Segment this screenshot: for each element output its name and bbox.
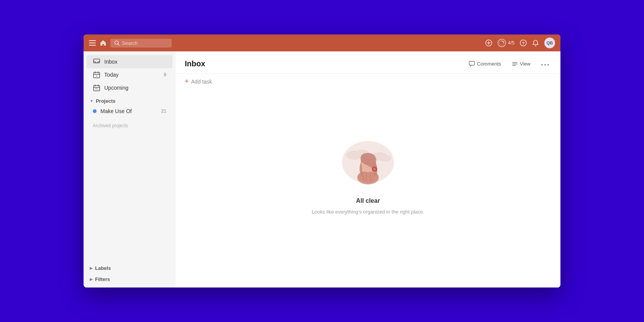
more-button[interactable] [539,58,551,69]
sidebar-item-inbox[interactable]: Inbox [87,55,172,68]
today-label: Today [104,72,118,78]
svg-line-4 [118,44,120,46]
view-icon [512,61,518,67]
project-name: Make Use Of [100,108,132,114]
project-dot [93,109,97,113]
empty-illustration [337,139,399,193]
svg-point-33 [379,155,391,162]
karma-circle [498,39,506,47]
top-bar-left [89,39,172,48]
filters-chevron: ▶ [90,277,93,281]
svg-point-8 [499,41,504,45]
today-count: 8 [164,72,166,77]
sidebar-item-upcoming[interactable]: Upcoming [87,81,172,94]
sidebar: Inbox 7 Today 8 [84,51,176,288]
svg-rect-1 [89,43,96,43]
add-button[interactable] [485,39,492,46]
content-header: Inbox Comments [176,51,560,74]
add-task-label: Add task [191,79,212,85]
notification-icon[interactable] [532,39,539,46]
comments-label: Comments [477,61,501,67]
content-area: Inbox Comments [176,51,560,288]
main-body: Inbox 7 Today 8 [84,51,560,288]
projects-section-header[interactable]: ▼ Projects [84,94,176,105]
inbox-label: Inbox [104,59,117,65]
sidebar-item-makeuseof[interactable]: Make Use Of 21 [87,105,172,117]
search-icon [114,40,120,46]
comments-icon [469,61,475,67]
header-actions: Comments View [467,58,551,69]
menu-icon[interactable] [89,40,96,46]
svg-rect-2 [89,45,96,46]
today-icon: 7 [93,71,100,79]
top-bar-right: 4/5 ? QB [485,38,555,48]
empty-subtitle: Looks like everything's organized in the… [312,209,424,215]
add-task-button[interactable]: + Add task [176,74,560,89]
filters-section-header[interactable]: ▶ Filters [84,273,176,284]
svg-point-27 [544,64,546,66]
view-label: View [520,61,531,67]
search-box[interactable] [110,39,172,48]
svg-rect-17 [94,85,100,91]
projects-label: Projects [96,98,115,104]
page-title: Inbox [185,59,205,68]
search-input[interactable] [122,40,168,46]
labels-chevron: ▶ [90,266,93,270]
svg-rect-22 [469,61,475,65]
karma-badge[interactable]: 4/5 [498,39,514,47]
project-count: 21 [161,108,166,114]
svg-point-26 [541,64,543,66]
upcoming-label: Upcoming [104,85,128,91]
projects-chevron: ▼ [90,99,94,103]
svg-point-28 [547,64,549,66]
home-icon[interactable] [100,39,107,46]
empty-title: All clear [356,197,380,204]
archived-projects[interactable]: Archived projects [84,117,176,131]
inbox-icon [93,58,100,66]
labels-section-header[interactable]: ▶ Labels [84,261,176,273]
plus-icon: + [185,77,189,85]
more-icon [541,64,549,66]
svg-rect-11 [94,59,100,63]
filters-label: Filters [95,276,110,282]
svg-text:?: ? [522,41,525,46]
labels-label: Labels [95,265,111,271]
svg-text:7: 7 [96,75,97,77]
comments-button[interactable]: Comments [467,59,503,69]
upcoming-icon [93,84,100,92]
avatar[interactable]: QB [544,38,555,48]
empty-state: All clear Looks like everything's organi… [176,89,560,288]
svg-rect-0 [89,40,96,41]
app-window: 4/5 ? QB [84,34,560,288]
view-button[interactable]: View [509,59,533,69]
svg-point-42 [373,168,376,170]
top-bar: 4/5 ? QB [84,34,560,51]
karma-text: 4/5 [508,40,514,46]
help-icon[interactable]: ? [520,39,527,46]
sidebar-item-today[interactable]: 7 Today 8 [87,68,172,81]
